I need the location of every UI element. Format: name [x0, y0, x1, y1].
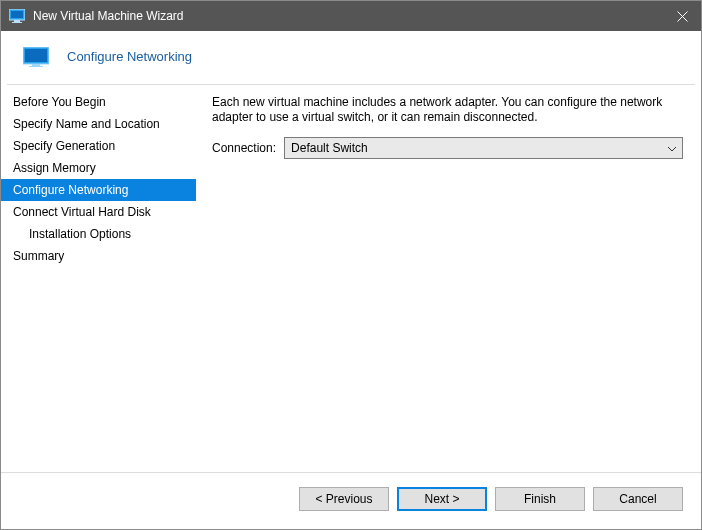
window-title: New Virtual Machine Wizard — [33, 9, 663, 23]
connection-row: Connection: Default Switch — [212, 137, 683, 159]
svg-rect-1 — [11, 11, 23, 18]
svg-rect-3 — [12, 22, 22, 23]
sidebar-step-label: Specify Name and Location — [13, 117, 160, 131]
sidebar-step[interactable]: Specify Generation — [1, 135, 196, 157]
page-title: Configure Networking — [67, 49, 192, 64]
titlebar: New Virtual Machine Wizard — [1, 1, 701, 31]
steps-sidebar: Before You BeginSpecify Name and Locatio… — [1, 85, 196, 472]
sidebar-step-label: Connect Virtual Hard Disk — [13, 205, 151, 219]
close-icon — [677, 11, 688, 22]
sidebar-step[interactable]: Connect Virtual Hard Disk — [1, 201, 196, 223]
sidebar-step[interactable]: Configure Networking — [1, 179, 196, 201]
svg-rect-8 — [32, 64, 40, 66]
description-text: Each new virtual machine includes a netw… — [212, 95, 683, 125]
sidebar-step-label: Installation Options — [29, 227, 131, 241]
sidebar-step-label: Configure Networking — [13, 183, 128, 197]
wizard-header: Configure Networking — [1, 31, 701, 84]
close-button[interactable] — [663, 1, 701, 31]
wizard-body: Before You BeginSpecify Name and Locatio… — [1, 85, 701, 472]
sidebar-step-label: Before You Begin — [13, 95, 106, 109]
sidebar-step[interactable]: Specify Name and Location — [1, 113, 196, 135]
wizard-icon — [23, 47, 49, 70]
content-pane: Each new virtual machine includes a netw… — [196, 85, 701, 472]
svg-rect-7 — [25, 49, 47, 62]
cancel-button[interactable]: Cancel — [593, 487, 683, 511]
sidebar-step[interactable]: Installation Options — [1, 223, 196, 245]
connection-label: Connection: — [212, 141, 276, 155]
chevron-down-icon — [668, 141, 676, 155]
sidebar-step[interactable]: Before You Begin — [1, 91, 196, 113]
sidebar-step[interactable]: Summary — [1, 245, 196, 267]
next-button[interactable]: Next > — [397, 487, 487, 511]
sidebar-step-label: Assign Memory — [13, 161, 96, 175]
sidebar-step-label: Specify Generation — [13, 139, 115, 153]
finish-button[interactable]: Finish — [495, 487, 585, 511]
previous-button[interactable]: < Previous — [299, 487, 389, 511]
svg-rect-9 — [29, 66, 43, 67]
connection-dropdown[interactable]: Default Switch — [284, 137, 683, 159]
wizard-footer: < Previous Next > Finish Cancel — [1, 472, 701, 529]
sidebar-step[interactable]: Assign Memory — [1, 157, 196, 179]
connection-value: Default Switch — [291, 141, 668, 155]
sidebar-step-label: Summary — [13, 249, 64, 263]
app-icon — [9, 9, 25, 23]
svg-rect-2 — [14, 20, 20, 22]
